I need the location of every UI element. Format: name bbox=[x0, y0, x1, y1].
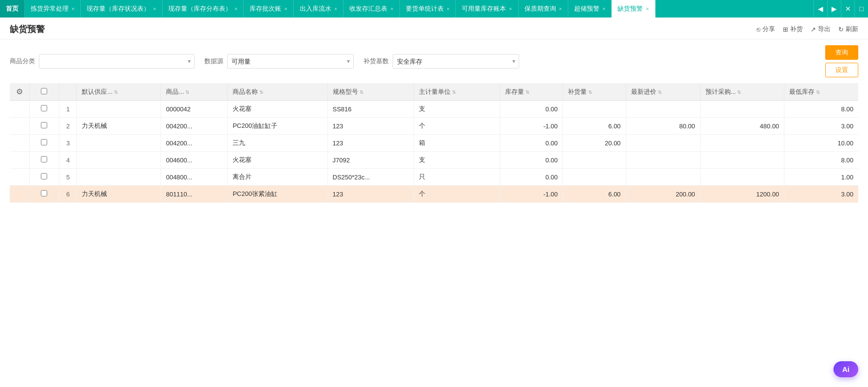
th-unit[interactable]: 主计量单位⇅ bbox=[414, 83, 500, 101]
row-spec-0: SS816 bbox=[327, 101, 414, 118]
column-settings-icon[interactable]: ⚙ bbox=[16, 88, 23, 96]
select-all-checkbox[interactable] bbox=[41, 88, 47, 94]
row-stock-3: 0.00 bbox=[500, 152, 562, 169]
row-checkbox-1[interactable] bbox=[41, 122, 47, 128]
row-checkbox-3[interactable] bbox=[41, 156, 47, 162]
row-num-5: 6 bbox=[59, 186, 77, 203]
row-unit-0: 支 bbox=[414, 101, 500, 118]
th-settings[interactable]: ⚙ bbox=[10, 83, 29, 101]
page-title: 缺货预警 bbox=[10, 23, 45, 35]
nav-tab-10[interactable]: 超储预警 × bbox=[568, 0, 612, 18]
close-tab-1[interactable]: × bbox=[72, 6, 74, 12]
nav-tab-4[interactable]: 库存批次账 × bbox=[244, 0, 293, 18]
ai-button[interactable]: Ai bbox=[833, 361, 858, 377]
estimated-sort-icon: ⇅ bbox=[737, 89, 741, 95]
table-row: 4 004600... 火花塞 J7092 支 0.00 8.00 bbox=[10, 152, 858, 169]
nav-tab-8[interactable]: 可用量库存账本 × bbox=[456, 0, 518, 18]
row-checkbox-0[interactable] bbox=[41, 105, 47, 111]
row-checkbox-5[interactable] bbox=[41, 190, 47, 196]
row-estimated-4 bbox=[700, 169, 784, 186]
settings-button[interactable]: 设置 bbox=[825, 63, 858, 77]
nav-fullscreen-button[interactable]: □ bbox=[854, 0, 868, 18]
nav-tab-11[interactable]: 缺货预警 × bbox=[612, 0, 655, 18]
nav-tab-2[interactable]: 现存量（库存状况表） × bbox=[81, 0, 162, 18]
table-wrapper: ⚙ 默认供应...⇅ 商品...⇅ 商品名称⇅ bbox=[0, 83, 868, 203]
th-spec[interactable]: 规格型号⇅ bbox=[327, 83, 414, 101]
th-estimated[interactable]: 预计采购...⇅ bbox=[700, 83, 784, 101]
nav-tab-5[interactable]: 出入库流水 × bbox=[294, 0, 344, 18]
row-supplier-3 bbox=[77, 152, 161, 169]
row-supplier-1: 力天机械 bbox=[77, 118, 161, 135]
close-tab-4[interactable]: × bbox=[284, 6, 287, 12]
row-checkbox-2[interactable] bbox=[41, 139, 47, 145]
nav-tab-6[interactable]: 收发存汇总表 × bbox=[344, 0, 399, 18]
share-icon: ⎋ bbox=[757, 26, 760, 33]
replenish-icon: ⊞ bbox=[783, 26, 788, 33]
close-tab-11[interactable]: × bbox=[646, 6, 649, 12]
row-replenish-2: 20.00 bbox=[563, 135, 626, 152]
close-tab-9[interactable]: × bbox=[559, 6, 562, 12]
replenish-button[interactable]: ⊞ 补货 bbox=[783, 25, 803, 34]
nav-tab-1[interactable]: 拣货异常处理 × bbox=[25, 0, 81, 18]
nav-tab-3[interactable]: 现存量（库存分布表） × bbox=[163, 0, 244, 18]
th-checkbox[interactable] bbox=[29, 83, 59, 101]
row-min-stock-3: 8.00 bbox=[784, 152, 858, 169]
th-stock[interactable]: 库存量⇅ bbox=[500, 83, 562, 101]
row-stock-1: -1.00 bbox=[500, 118, 562, 135]
category-select[interactable] bbox=[39, 54, 195, 69]
row-checkbox-cell[interactable] bbox=[29, 169, 59, 186]
row-code-1: 004200... bbox=[161, 118, 228, 135]
close-tab-2[interactable]: × bbox=[153, 6, 156, 12]
close-tab-5[interactable]: × bbox=[334, 6, 337, 12]
nav-close-button[interactable]: ✕ bbox=[841, 0, 854, 18]
close-tab-10[interactable]: × bbox=[602, 6, 605, 12]
row-checkbox-cell[interactable] bbox=[29, 101, 59, 118]
close-tab-8[interactable]: × bbox=[509, 6, 512, 12]
row-checkbox-cell[interactable] bbox=[29, 186, 59, 203]
filter-actions: 查询 设置 bbox=[825, 45, 858, 77]
query-button[interactable]: 查询 bbox=[825, 45, 858, 60]
nav-next-button[interactable]: ▶ bbox=[827, 0, 841, 18]
filter-bar: 商品分类 ▾ 数据源 可用量 库存量 ▾ 补货基数 安全库 bbox=[0, 39, 868, 83]
close-tab-6[interactable]: × bbox=[390, 6, 393, 12]
row-supplier-2 bbox=[77, 135, 161, 152]
th-replenish[interactable]: 补货量⇅ bbox=[563, 83, 626, 101]
row-latest-price-1: 80.00 bbox=[626, 118, 700, 135]
table-row: 1 0000042 火花塞 SS816 支 0.00 8.00 bbox=[10, 101, 858, 118]
th-name[interactable]: 商品名称⇅ bbox=[228, 83, 327, 101]
row-replenish-4 bbox=[563, 169, 626, 186]
row-min-stock-5: 3.00 bbox=[784, 186, 858, 203]
close-tab-7[interactable]: × bbox=[447, 6, 450, 12]
th-supplier[interactable]: 默认供应...⇅ bbox=[77, 83, 161, 101]
row-settings-cell bbox=[10, 152, 29, 169]
row-checkbox-cell[interactable] bbox=[29, 118, 59, 135]
close-tab-3[interactable]: × bbox=[235, 6, 237, 12]
nav-tab-9[interactable]: 保质期查询 × bbox=[519, 0, 568, 18]
category-select-wrapper: ▾ bbox=[39, 54, 195, 69]
replenish-select[interactable]: 安全库存 最低库存 bbox=[393, 54, 519, 69]
row-settings-cell bbox=[10, 169, 29, 186]
th-latest-price[interactable]: 最新进价⇅ bbox=[626, 83, 700, 101]
nav-prev-button[interactable]: ◀ bbox=[814, 0, 827, 18]
th-min-stock[interactable]: 最低库存⇅ bbox=[784, 83, 858, 101]
row-spec-4: DS250*23c... bbox=[327, 169, 414, 186]
row-code-0: 0000042 bbox=[161, 101, 228, 118]
nav-tab-home[interactable]: 首页 bbox=[0, 0, 25, 18]
supplier-sort-icon: ⇅ bbox=[114, 89, 118, 95]
row-checkbox-cell[interactable] bbox=[29, 135, 59, 152]
row-checkbox-cell[interactable] bbox=[29, 152, 59, 169]
row-unit-1: 个 bbox=[414, 118, 500, 135]
row-min-stock-4: 1.00 bbox=[784, 169, 858, 186]
export-button[interactable]: ↗ 导出 bbox=[811, 25, 831, 34]
row-checkbox-4[interactable] bbox=[41, 173, 47, 179]
share-button[interactable]: ⎋ 分享 bbox=[757, 25, 775, 34]
nav-tab-7[interactable]: 要货单统计表 × bbox=[400, 0, 456, 18]
th-code[interactable]: 商品...⇅ bbox=[161, 83, 228, 101]
row-name-2: 三九 bbox=[228, 135, 327, 152]
row-replenish-0 bbox=[563, 101, 626, 118]
datasource-select[interactable]: 可用量 库存量 bbox=[227, 54, 354, 69]
row-name-5: PC200张紧油缸 bbox=[228, 186, 327, 203]
row-settings-cell bbox=[10, 118, 29, 135]
refresh-button[interactable]: ↻ 刷新 bbox=[838, 25, 858, 34]
row-code-2: 004200... bbox=[161, 135, 228, 152]
